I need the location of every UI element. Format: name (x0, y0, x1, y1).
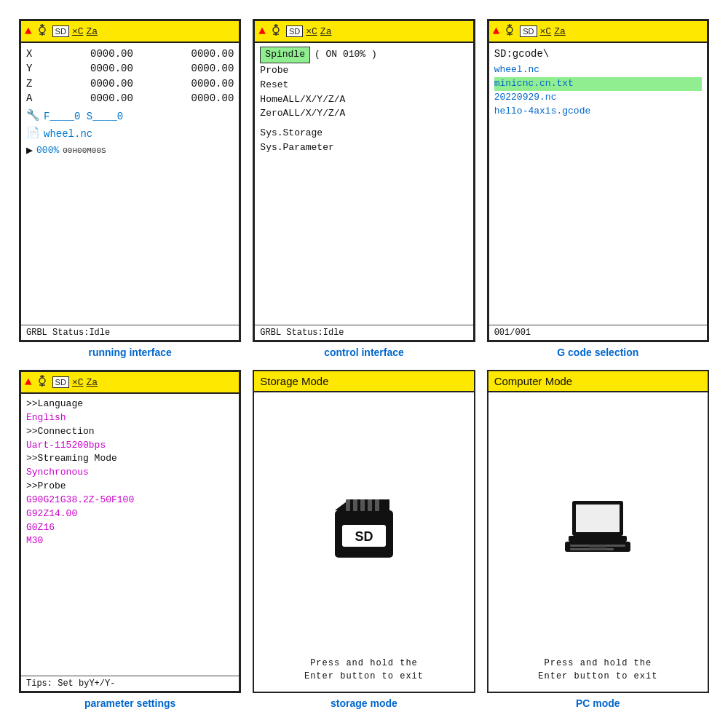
za-icon: Za (87, 26, 98, 37)
param-probe-line3: G0Z16 (26, 521, 234, 535)
running-status: GRBL Status:Idle (26, 328, 110, 338)
fs-line: F____0 S____0 (44, 109, 123, 124)
storage-caption: storage mode (331, 697, 397, 709)
gcode-cell: ▲ SD ×C Za SD:gcode\ wheel.nc minicnc.cn… (487, 19, 709, 358)
sd-icon2: SD (286, 25, 303, 37)
gcode-file-1[interactable]: wheel.nc (494, 63, 702, 77)
control-status: GRBL Status:Idle (260, 328, 344, 338)
val-y1: 0000.00 (90, 61, 133, 76)
val-x1: 0000.00 (90, 47, 133, 61)
gcode-file-2[interactable]: minicnc.cn.txt (494, 77, 702, 91)
val-a2: 0000.00 (191, 91, 234, 106)
za-icon2: Za (320, 26, 332, 37)
sd-icon3: SD (520, 25, 537, 37)
spindle-button[interactable]: Spindle (260, 47, 310, 63)
svg-rect-28 (375, 499, 379, 511)
param-body: >>Language English >>Connection Uart-115… (21, 394, 239, 676)
running-cell: ▲ SD ×C Za X 0000.00 0000.00 Y (19, 19, 241, 358)
svg-point-0 (39, 27, 45, 33)
svg-rect-35 (589, 545, 606, 550)
wrench-icon: 🔧 (26, 108, 40, 124)
gcode-body: SD:gcode\ wheel.nc minicnc.cn.txt 202209… (489, 43, 707, 325)
param-header: ▲ SD ×C Za (21, 372, 239, 394)
param-footer: Tips: Set byY+/Y- (21, 676, 239, 691)
param-probe-line2: G92Z14.00 (26, 507, 234, 521)
val-y2: 0000.00 (191, 61, 234, 76)
warning-icon2: ▲ (258, 25, 266, 38)
axis-a: A (26, 91, 32, 106)
axis-x: X (26, 47, 32, 61)
gcode-page: 001/001 (494, 328, 531, 338)
param-stream-value: Synchronous (26, 466, 234, 480)
svg-rect-26 (360, 499, 365, 511)
ctrl-zeroall: ZeroALL/X/Y/Z/A (260, 107, 467, 121)
val-z2: 0000.00 (191, 76, 234, 91)
pc-screen: Computer Mode (487, 370, 709, 693)
xc-icon3: ×C (540, 26, 552, 37)
coords-table: X 0000.00 0000.00 Y 0000.00 0000.00 Z 00… (26, 47, 234, 106)
svg-point-10 (507, 27, 513, 33)
gcode-header: ▲ SD ×C Za (489, 21, 707, 43)
control-screen: ▲ SD ×C Za Spindle ( ON 010% ) Probe Res… (253, 19, 475, 342)
storage-title: Storage Mode (254, 371, 473, 392)
gcode-file-4[interactable]: hello-4axis.gcode (494, 105, 702, 119)
xc-icon4: ×C (72, 377, 84, 388)
svg-rect-31 (569, 536, 627, 542)
pc-body: Press and hold theEnter button to exit (488, 392, 708, 692)
val-x2: 0000.00 (191, 47, 234, 61)
svg-point-15 (39, 378, 45, 384)
usb-icon3 (502, 24, 517, 39)
gcode-screen: ▲ SD ×C Za SD:gcode\ wheel.nc minicnc.cn… (487, 19, 709, 342)
axis-y: Y (26, 61, 32, 76)
control-header: ▲ SD ×C Za (255, 21, 472, 43)
ctrl-homeall: HomeALL/X/Y/Z/A (260, 93, 467, 107)
gcode-file-3[interactable]: 20220929.nc (494, 91, 702, 105)
sd-card-icon: SD (331, 496, 397, 561)
xc-icon2: ×C (306, 26, 317, 37)
play-icon: ▶ (26, 143, 33, 159)
control-body: Spindle ( ON 010% ) Probe Reset HomeALL/… (255, 43, 472, 325)
param-stream-label: >>Streaming Mode (26, 452, 234, 466)
storage-screen: Storage Mode SD (253, 370, 475, 693)
sd-icon: SD (52, 25, 69, 37)
pc-instructions: Press and hold theEnter button to exit (538, 657, 657, 683)
usb-icon2 (269, 24, 283, 39)
running-body: X 0000.00 0000.00 Y 0000.00 0000.00 Z 00… (21, 43, 239, 325)
sd-icon4: SD (52, 376, 69, 388)
ctrl-sysparam: Sys.Parameter (260, 141, 467, 155)
coord-row-z: Z 0000.00 0000.00 (26, 76, 234, 91)
running-header: ▲ SD ×C Za (21, 21, 239, 43)
param-probe-line4: M30 (26, 534, 234, 548)
pc-cell: Computer Mode (487, 370, 709, 709)
warning-icon3: ▲ (493, 25, 500, 38)
ctrl-probe: Probe (260, 64, 467, 78)
svg-text:SD: SD (355, 529, 373, 544)
control-caption: control interface (324, 347, 404, 358)
main-grid: ▲ SD ×C Za X 0000.00 0000.00 Y (7, 7, 721, 721)
param-lang-label: >>Language (26, 397, 234, 411)
progress: 000% (36, 144, 59, 158)
control-footer: GRBL Status:Idle (255, 325, 472, 340)
progress-detail: 00H00M00S (63, 146, 106, 157)
ctrl-reset: Reset (260, 79, 467, 92)
param-cell: ▲ SD ×C Za >>Language English >>Connecti… (19, 370, 241, 709)
param-lang-value: English (26, 411, 234, 425)
param-tips: Tips: Set byY+/Y- (26, 678, 115, 689)
storage-instructions: Press and hold theEnter button to exit (304, 657, 424, 683)
pc-title: Computer Mode (488, 371, 708, 392)
coord-row-y: Y 0000.00 0000.00 (26, 61, 234, 76)
gcode-path: SD:gcode\ (494, 47, 702, 61)
axis-z: Z (26, 76, 32, 91)
param-probe-label: >>Probe (26, 480, 234, 494)
storage-cell: Storage Mode SD (253, 370, 475, 709)
svg-rect-27 (368, 499, 372, 511)
spindle-row: Spindle ( ON 010% ) (260, 47, 467, 63)
param-probe-line1: G90G21G38.2Z-50F100 (26, 494, 234, 507)
warning-icon4: ▲ (25, 376, 32, 389)
svg-point-5 (273, 27, 279, 33)
pc-icon-area (561, 400, 634, 657)
za-icon3: Za (554, 26, 566, 37)
running-screen: ▲ SD ×C Za X 0000.00 0000.00 Y (19, 19, 241, 342)
param-conn-label: >>Connection (26, 425, 234, 439)
svg-rect-25 (353, 499, 357, 511)
